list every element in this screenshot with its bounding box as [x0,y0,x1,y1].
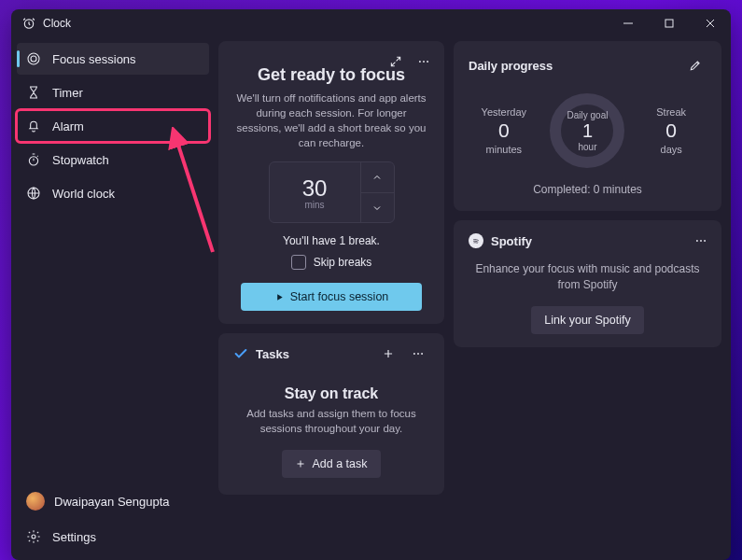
sidebar-item-label: Alarm [52,119,84,133]
gear-icon [26,529,41,544]
increase-button[interactable] [361,162,394,192]
duration-stepper: 30 mins [269,161,395,223]
minimize-button[interactable] [608,9,649,37]
main-content: Get ready to focus We'll turn off notifi… [215,37,731,560]
user-account[interactable]: Dwaipayan Sengupta [17,483,209,519]
stopwatch-icon [26,152,41,167]
expand-icon[interactable] [385,50,407,73]
avatar [26,492,45,511]
svg-point-14 [696,240,698,242]
spotify-header: Spotify [491,234,532,248]
svg-point-8 [423,61,425,63]
sidebar-item-stopwatch[interactable]: Stopwatch [17,144,209,175]
decrease-button[interactable] [361,192,394,223]
spotify-icon [469,233,483,248]
tasks-header: Tasks [256,347,289,361]
svg-point-2 [28,53,39,64]
start-focus-button[interactable]: Start focus session [241,283,422,311]
svg-point-17 [471,236,480,245]
skip-breaks-checkbox[interactable] [291,255,306,270]
svg-point-12 [421,353,423,355]
completed-text: Completed: 0 minutes [469,183,707,196]
sidebar: Focus sessions Timer Alarm Stopwatch Wor… [11,37,215,560]
bell-icon [26,119,41,133]
tasks-title: Stay on track [233,385,429,402]
hourglass-icon [26,85,41,100]
svg-rect-1 [665,20,673,27]
more-icon[interactable] [690,230,712,252]
window-controls [608,9,731,37]
link-spotify-label: Link your Spotify [544,314,630,327]
tasks-description: Add tasks and assign them to focus sessi… [233,406,429,436]
sidebar-item-timer[interactable]: Timer [17,77,209,108]
titlebar: Clock [11,9,731,37]
focus-card: Get ready to focus We'll turn off notifi… [218,41,444,324]
add-task-icon[interactable] [377,343,399,365]
user-name: Dwaipayan Sengupta [54,495,170,509]
spotify-card: Spotify Enhance your focus with music an… [454,220,721,347]
sidebar-item-label: Stopwatch [52,153,109,167]
progress-header: Daily progress [469,59,553,73]
svg-point-3 [31,56,36,62]
sidebar-item-settings[interactable]: Settings [17,521,209,553]
edit-icon[interactable] [684,54,707,77]
spotify-description: Enhance your focus with music and podcas… [469,261,707,293]
add-task-button[interactable]: Add a task [282,450,380,478]
break-info: You'll have 1 break. [233,234,429,247]
app-icon [22,17,35,30]
maximize-button[interactable] [649,9,690,37]
todo-icon [233,346,248,361]
add-task-label: Add a task [312,457,367,470]
svg-point-15 [700,240,702,242]
link-spotify-button[interactable]: Link your Spotify [531,306,643,334]
svg-point-4 [29,157,37,165]
more-icon[interactable] [413,50,435,73]
plus-icon [295,458,306,469]
more-icon[interactable] [407,343,429,365]
focus-description: We'll turn off notifications and app ale… [233,91,429,150]
stat-streak: Streak 0 days [643,106,699,155]
duration-unit: mins [304,200,324,210]
daily-progress-card: Daily progress Yesterday 0 minutes Dai [454,41,721,211]
svg-point-9 [427,61,428,63]
sidebar-item-world-clock[interactable]: World clock [17,177,209,209]
sidebar-item-label: Focus sessions [52,52,136,66]
svg-point-16 [704,240,706,242]
app-title: Clock [43,17,71,30]
globe-icon [26,186,41,201]
progress-ring: Daily goal 1 hour [546,90,628,172]
svg-point-6 [32,535,35,539]
sidebar-item-label: World clock [52,187,115,201]
stat-yesterday: Yesterday 0 minutes [476,106,532,155]
close-button[interactable] [690,9,731,37]
sidebar-item-alarm[interactable]: Alarm [17,110,209,142]
start-focus-label: Start focus session [290,290,389,303]
duration-display[interactable]: 30 mins [270,162,360,222]
sidebar-item-focus-sessions[interactable]: Focus sessions [17,43,209,75]
sidebar-item-label: Timer [52,86,83,100]
app-window: Clock Focus sessions Timer Alarm [11,9,731,560]
skip-breaks-label: Skip breaks [314,256,372,269]
sidebar-item-label: Settings [52,530,96,544]
duration-value: 30 [302,175,328,202]
focus-icon [26,51,41,66]
svg-point-10 [413,353,415,355]
skip-breaks-row[interactable]: Skip breaks [233,255,429,270]
tasks-card: Tasks Stay on track Add tasks and assign… [218,333,444,494]
play-icon [274,292,285,302]
svg-point-7 [419,61,421,63]
svg-point-11 [417,353,419,355]
